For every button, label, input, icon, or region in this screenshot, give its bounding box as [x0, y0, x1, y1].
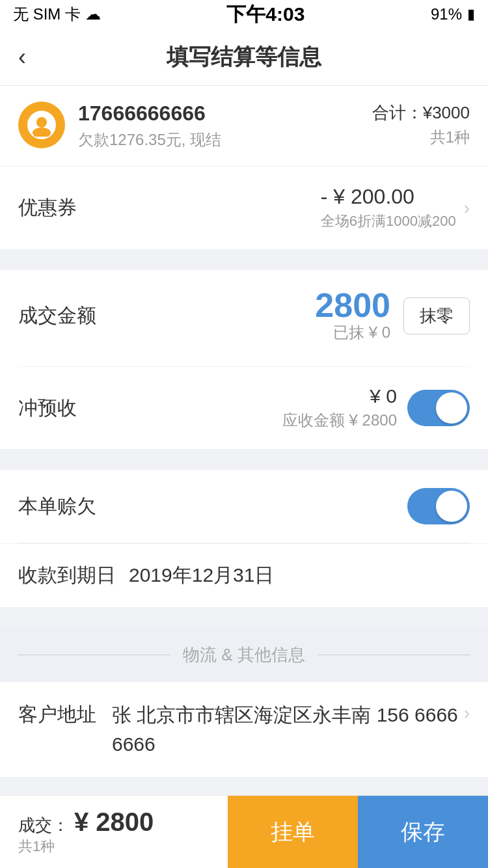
- amount-right: 2800 已抹 ¥ 0: [315, 288, 390, 343]
- coupon-info: - ¥ 200.00 全场6折满1000减200: [321, 185, 456, 231]
- prepay-sub: 应收金额 ¥ 2800: [282, 410, 397, 431]
- date-label: 收款到期日: [18, 562, 116, 589]
- logistics-separator: 物流 & 其他信息: [0, 628, 488, 682]
- footer: 成交： ¥ 2800 共1种 挂单 保存: [0, 795, 488, 868]
- address-value: 张 北京市市辖区海淀区永丰南 156 6666 6666: [112, 700, 464, 759]
- amount-sub: 已抹 ¥ 0: [315, 322, 390, 343]
- customer-info: 17666666666 欠款1276.35元, 现结: [78, 102, 221, 150]
- content: 17666666666 欠款1276.35元, 现结 合计：¥3000 共1种 …: [0, 86, 488, 865]
- back-button[interactable]: ‹: [18, 44, 26, 71]
- total-count: 共1种: [372, 127, 470, 148]
- footer-count: 共1种: [18, 837, 210, 856]
- debt-toggle[interactable]: [407, 488, 470, 524]
- date-section: 收款到期日 2019年12月31日: [0, 543, 488, 607]
- grey-gap-3: [0, 617, 488, 628]
- svg-point-1: [33, 128, 51, 137]
- amount-value: 2800: [315, 288, 390, 322]
- hang-order-button[interactable]: 挂单: [228, 796, 358, 868]
- grey-gap-2: [0, 459, 488, 470]
- footer-amount: ¥ 2800: [74, 807, 154, 837]
- prepay-amount-group: ¥ 0 应收金额 ¥ 2800: [282, 385, 397, 431]
- avatar: [18, 102, 65, 148]
- prepay-value: ¥ 0: [282, 385, 397, 407]
- address-section[interactable]: 客户地址 张 北京市市辖区海淀区永丰南 156 6666 6666 ›: [0, 682, 488, 777]
- save-button[interactable]: 保存: [358, 796, 488, 868]
- customer-left: 17666666666 欠款1276.35元, 现结: [18, 102, 221, 150]
- coupon-discount: - ¥ 200.00: [321, 185, 456, 209]
- address-label: 客户地址: [18, 700, 96, 728]
- coupon-label: 优惠券: [18, 195, 77, 221]
- page-title: 填写结算等信息: [167, 42, 321, 72]
- amount-card: 成交金额 2800 已抹 ¥ 0 抹零 冲预收 ¥ 0 应收金额 ¥ 2800: [0, 270, 488, 449]
- coupon-chevron-icon: ›: [464, 198, 470, 219]
- footer-deal-label: 成交：: [18, 814, 69, 837]
- signal-text: 无 SIM 卡 ☁: [13, 4, 101, 25]
- prepay-label: 冲预收: [18, 395, 77, 422]
- sep-line-right: [318, 655, 470, 655]
- address-chevron-icon: ›: [464, 700, 470, 724]
- footer-info: 成交： ¥ 2800 共1种: [0, 796, 228, 868]
- prepay-right: ¥ 0 应收金额 ¥ 2800: [282, 385, 470, 431]
- grey-gap-1: [0, 260, 488, 270]
- nav-bar: ‹ 填写结算等信息: [0, 29, 488, 86]
- sep-line-left: [18, 655, 170, 655]
- prepay-section: 冲预收 ¥ 0 应收金额 ¥ 2800: [0, 367, 488, 449]
- customer-phone: 17666666666: [78, 102, 221, 126]
- battery-text: 91%: [431, 5, 462, 23]
- coupon-right: - ¥ 200.00 全场6折满1000减200 ›: [321, 185, 470, 231]
- coupon-section[interactable]: 优惠券 - ¥ 200.00 全场6折满1000减200 ›: [0, 166, 488, 249]
- debt-section: 本单赊欠: [0, 470, 488, 543]
- customer-section: 17666666666 欠款1276.35元, 现结 合计：¥3000 共1种: [0, 86, 488, 166]
- customer-sub-info: 欠款1276.35元, 现结: [78, 129, 221, 150]
- logistics-label: 物流 & 其他信息: [170, 644, 318, 666]
- address-card: 客户地址 张 北京市市辖区海淀区永丰南 156 6666 6666 ›: [0, 682, 488, 777]
- round-zero-button[interactable]: 抹零: [403, 297, 470, 334]
- amount-row: 成交金额 2800 已抹 ¥ 0 抹零: [18, 288, 470, 343]
- date-value: 2019年12月31日: [129, 562, 274, 589]
- amount-section: 成交金额 2800 已抹 ¥ 0 抹零: [0, 270, 488, 366]
- battery-icon: ▮: [467, 6, 475, 23]
- total-label: 合计：¥3000: [372, 102, 470, 124]
- prepay-toggle[interactable]: [407, 390, 470, 426]
- status-time: 下午4:03: [226, 1, 305, 28]
- footer-deal-row: 成交： ¥ 2800: [18, 807, 210, 837]
- customer-right: 合计：¥3000 共1种: [372, 102, 470, 148]
- avatar-icon: [27, 111, 56, 139]
- debt-card: 本单赊欠 收款到期日 2019年12月31日: [0, 470, 488, 607]
- amount-value-group: 2800 已抹 ¥ 0 抹零: [315, 288, 470, 343]
- debt-label: 本单赊欠: [18, 493, 96, 520]
- status-bar: 无 SIM 卡 ☁ 下午4:03 91% ▮: [0, 0, 488, 29]
- toggle-knob: [436, 392, 467, 424]
- debt-toggle-knob: [436, 491, 467, 522]
- amount-label: 成交金额: [18, 303, 96, 329]
- svg-point-0: [36, 117, 47, 128]
- coupon-desc: 全场6折满1000减200: [321, 211, 456, 231]
- status-right: 91% ▮: [431, 5, 475, 23]
- customer-card: 17666666666 欠款1276.35元, 现结 合计：¥3000 共1种 …: [0, 86, 488, 249]
- status-left: 无 SIM 卡 ☁: [13, 4, 101, 25]
